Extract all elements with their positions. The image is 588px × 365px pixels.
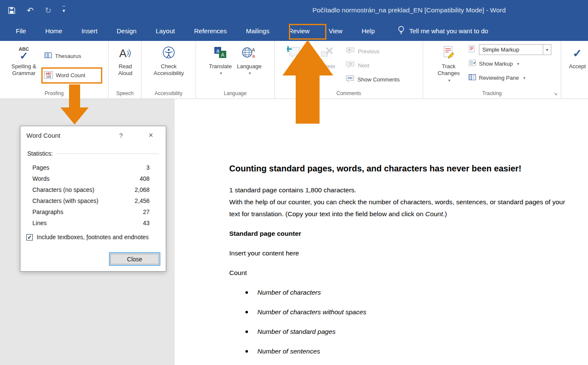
undo-icon[interactable]: ↶ xyxy=(27,6,34,14)
save-icon[interactable] xyxy=(8,6,16,14)
tab-references[interactable]: References xyxy=(187,20,234,41)
up-arrow-annotation xyxy=(277,39,337,125)
ribbon-group-language: a A Translate ▾ xyxy=(196,41,275,98)
ribbon-group-accessibility: Check Accessibility Accessibility xyxy=(141,41,196,98)
thesaurus-icon xyxy=(44,52,52,60)
display-for-review-dropdown-icon[interactable]: ▾ xyxy=(543,45,551,55)
dialog-title-bar[interactable]: Word Count ? × xyxy=(20,126,166,145)
ribbon-group-speech: A Read Aloud Speech xyxy=(109,41,141,98)
word-count-highlight-box xyxy=(41,67,102,84)
ribbon-group-tracking: Track Changes ▾ Simple Markup ▾ xyxy=(423,41,561,98)
spelling-grammar-button[interactable]: ABC ✓ Spelling & Grammar xyxy=(5,43,43,77)
display-for-review-icon xyxy=(469,45,476,54)
tab-insert[interactable]: Insert xyxy=(74,20,105,41)
read-aloud-icon: A xyxy=(119,49,131,58)
track-changes-button[interactable]: Track Changes ▾ xyxy=(436,43,461,84)
include-textboxes-checkbox-row: ✓ Include textboxes, footnotes and endno… xyxy=(26,234,149,240)
doc-paragraph-1: 1 standard page contains 1,800 character… xyxy=(229,184,576,196)
stat-row-words: Words408 xyxy=(32,173,150,184)
doc-paragraph-2: With the help of our counter, you can ch… xyxy=(229,196,576,220)
doc-bullet-1: Number of characters xyxy=(229,287,576,298)
show-markup-dropdown-icon: ▾ xyxy=(517,61,519,66)
tab-home[interactable]: Home xyxy=(38,20,69,41)
tab-mailings[interactable]: Mailings xyxy=(239,20,277,41)
stat-row-characters-with-spaces: Characters (with spaces)2,456 xyxy=(32,195,150,206)
review-tab-highlight-box xyxy=(289,24,326,40)
lightbulb-icon xyxy=(398,26,404,36)
language-icon: A a xyxy=(242,46,256,60)
language-dropdown-icon: ▾ xyxy=(249,70,251,77)
include-textboxes-checkbox[interactable]: ✓ xyxy=(26,234,33,240)
previous-comment-icon xyxy=(346,47,355,56)
doc-heading: Counting standard pages, words, and char… xyxy=(229,163,576,174)
group-label-speech: Speech xyxy=(109,90,141,96)
stat-row-lines: Lines43 xyxy=(32,217,150,229)
stat-row-characters-no-spaces: Characters (no spaces)2,068 xyxy=(32,184,150,195)
thesaurus-button[interactable]: Thesaurus xyxy=(42,49,88,62)
display-for-review-combobox[interactable]: Simple Markup ▾ xyxy=(479,44,551,55)
reviewing-pane-dropdown-icon: ▾ xyxy=(523,75,525,80)
tab-file[interactable]: File xyxy=(9,20,33,41)
quick-access-toolbar: ↶ ↻ ▾ xyxy=(8,0,65,20)
show-markup-button[interactable]: Show Markup ▾ xyxy=(468,58,552,70)
doc-bullet-2: Number of characters without spaces xyxy=(229,306,576,318)
svg-text:a: a xyxy=(252,53,255,58)
group-label-accessibility: Accessibility xyxy=(141,90,196,96)
doc-paragraph-3: Insert your content here xyxy=(229,247,576,259)
ribbon-group-changes: ✓ Accept xyxy=(561,41,588,98)
tell-me-label: Tell me what you want to do xyxy=(409,27,488,35)
customize-quick-access-icon[interactable]: ▾ xyxy=(63,6,65,15)
bullet-icon xyxy=(245,311,248,313)
close-button[interactable]: Close xyxy=(109,252,160,266)
translate-dropdown-icon: ▾ xyxy=(220,70,222,77)
checkbox-label: Include textboxes, footnotes and endnote… xyxy=(37,234,149,240)
redo-icon[interactable]: ↻ xyxy=(45,6,52,14)
svg-text:a: a xyxy=(216,48,219,54)
track-changes-dropdown-icon: ▾ xyxy=(448,78,450,83)
bullet-icon xyxy=(245,330,248,333)
tell-me-box[interactable]: Tell me what you want to do xyxy=(398,20,488,41)
spelling-grammar-icon: ABC ✓ xyxy=(19,46,29,60)
translate-button[interactable]: a A Translate ▾ xyxy=(209,43,232,77)
reviewing-pane-icon xyxy=(469,74,476,81)
bullet-icon xyxy=(245,291,248,294)
display-for-review-value: Simple Markup xyxy=(479,46,543,53)
doc-bullet-3: Number of standard pages xyxy=(229,326,576,338)
accessibility-icon xyxy=(162,46,175,61)
stat-row-pages: Pages3 xyxy=(32,162,150,173)
track-changes-icon xyxy=(442,46,455,61)
statistics-section-label: Statistics: xyxy=(27,150,159,157)
document-page[interactable]: Counting standard pages, words, and char… xyxy=(175,99,588,365)
doc-bullet-4: Number of sentences xyxy=(229,345,576,357)
show-comments-button[interactable]: Show Comments xyxy=(343,73,402,85)
window-title: Počítadlo normostrán_na preklad_EN [Comp… xyxy=(312,0,506,20)
divider xyxy=(56,154,159,154)
statistics-table: Pages3 Words408 Characters (no spaces)2,… xyxy=(32,162,150,229)
tab-layout[interactable]: Layout xyxy=(148,20,182,41)
reviewing-pane-button[interactable]: Reviewing Pane ▾ xyxy=(468,72,552,84)
svg-text:A: A xyxy=(221,52,225,58)
dialog-title: Word Count xyxy=(26,132,61,139)
accept-button[interactable]: ✓ Accept xyxy=(565,43,588,70)
accept-icon: ✓ xyxy=(573,47,582,60)
down-arrow-annotation xyxy=(55,84,98,125)
svg-text:A: A xyxy=(252,47,256,52)
language-button[interactable]: A a Language ▾ xyxy=(237,43,262,77)
dialog-close-icon[interactable]: × xyxy=(142,126,159,144)
next-comment-button[interactable]: Next xyxy=(343,59,402,71)
previous-comment-button[interactable]: Previous xyxy=(343,45,402,57)
group-label-tracking: Tracking xyxy=(423,90,561,96)
tab-help[interactable]: Help xyxy=(355,20,382,41)
dialog-help-icon[interactable]: ? xyxy=(112,126,130,144)
doc-subheading: Standard page counter xyxy=(229,228,576,240)
doc-paragraph-4: Count xyxy=(229,267,576,279)
group-label-language: Language xyxy=(196,90,274,96)
word-count-dialog: Word Count ? × Statistics: Pages3 Words4… xyxy=(20,126,166,272)
check-accessibility-button[interactable]: Check Accessibility xyxy=(147,43,190,77)
stat-row-paragraphs: Paragraphs27 xyxy=(32,206,150,217)
title-bar: ↶ ↻ ▾ Počítadlo normostrán_na preklad_EN… xyxy=(0,0,588,20)
show-comments-icon xyxy=(346,75,355,84)
tab-design[interactable]: Design xyxy=(110,20,144,41)
translate-icon: a A xyxy=(214,46,227,61)
read-aloud-button[interactable]: A Read Aloud xyxy=(112,43,138,77)
